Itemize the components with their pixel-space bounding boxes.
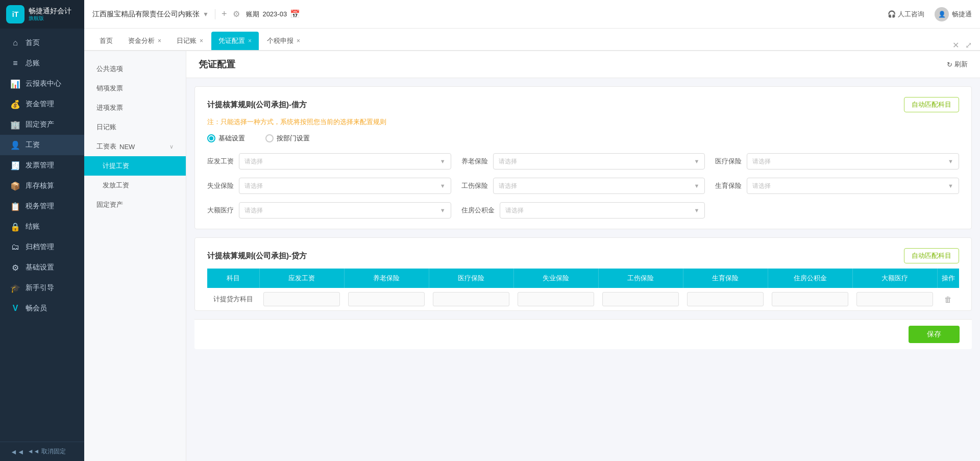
tab-voucher[interactable]: 凭证配置 × [211,32,259,50]
save-button[interactable]: 保存 [909,326,960,343]
tab-capital[interactable]: 资金分析 × [121,32,168,50]
table-row: 计提贷方科目 🗑 [207,288,959,310]
input-zhufang[interactable] [772,292,848,306]
new-badge: NEW [119,143,135,151]
row-gongshang-input[interactable] [598,288,683,310]
debit-section-header: 计提核算规则(公司承担)-借方 自动匹配科目 [207,97,959,112]
row-delete[interactable]: 🗑 [937,288,959,310]
sub-nav-calc-salary[interactable]: 计提工资 [84,156,186,176]
sub-nav-purchase[interactable]: 进项发票 [84,98,186,117]
dae-label: 大额医疗 [207,206,234,215]
debit-auto-match-button[interactable]: 自动匹配科目 [904,97,959,112]
sub-nav-pay-salary[interactable]: 发放工资 [84,176,186,195]
input-yiliao[interactable] [433,292,509,306]
radio-basic[interactable]: 基础设置 [207,134,245,143]
yiliao-select[interactable]: 请选择 ▼ [747,153,959,169]
sidebar-item-reports[interactable]: 📊 云报表中心 [0,74,84,94]
tab-home[interactable]: 首页 [92,32,120,50]
field-yingfa: 应发工资 请选择 ▼ [207,153,451,169]
tab-voucher-close[interactable]: × [248,37,252,44]
sidebar-item-assets[interactable]: 🏢 固定资产 [0,114,84,135]
dae-arrow: ▼ [440,207,446,213]
cancel-pin-button[interactable]: ◄◄ ◄◄ 取消固定 [0,442,84,461]
tab-journal-close[interactable]: × [200,37,203,44]
row-shiye-input[interactable] [513,288,598,310]
row-zhufang-input[interactable] [768,288,852,310]
page-content: 凭证配置 ↻ 刷新 计提核算规则(公司承担)-借方 自动匹配科目 注：只能选择一… [186,51,980,461]
member-icon: V [10,303,20,313]
page-header: 凭证配置 ↻ 刷新 [186,51,980,78]
salary-icon: 👤 [10,140,20,150]
archive-icon: 🗂 [10,242,20,252]
period-label: 账期 [246,10,259,19]
row-yingfa-input[interactable] [259,288,344,310]
yingfa-select[interactable]: 请选择 ▼ [239,153,451,169]
add-company-button[interactable]: + [222,9,227,19]
input-yingfa[interactable] [263,292,340,306]
sidebar-item-guide[interactable]: 🎓 新手引导 [0,278,84,298]
sidebar-item-inventory[interactable]: 📦 库存核算 [0,176,84,196]
close-all-button[interactable]: ✕ [952,40,959,50]
sidebar-item-home[interactable]: ⌂ 首页 [0,33,84,53]
radio-dept[interactable]: 按部门设置 [265,134,310,143]
sub-nav-fixed-assets[interactable]: 固定资产 [84,195,186,214]
sub-nav-journal[interactable]: 日记账 [84,117,186,137]
sub-nav-salary-group[interactable]: 工资表 NEW ∨ [84,137,186,156]
debit-radio-group: 基础设置 按部门设置 [207,134,959,143]
sidebar-item-settings[interactable]: ⚙ 基础设置 [0,257,84,278]
col-yanglao: 养老保险 [344,269,429,288]
sidebar-item-member[interactable]: V 畅会员 [0,298,84,319]
input-shengyu[interactable] [687,292,764,306]
input-shiye[interactable] [518,292,594,306]
sub-nav-public[interactable]: 公共选项 [84,59,186,79]
calendar-icon[interactable]: 📅 [290,9,300,19]
maximize-button[interactable]: ⤢ [965,40,972,50]
zhufang-select[interactable]: 请选择 ▼ [500,202,705,219]
shiye-arrow: ▼ [440,183,446,189]
col-subject: 科目 [207,269,259,288]
sidebar-item-archive[interactable]: 🗂 归档管理 [0,237,84,257]
credit-auto-match-button[interactable]: 自动匹配科目 [904,248,959,263]
refresh-button[interactable]: ↻ 刷新 [947,60,968,69]
service-button[interactable]: 🎧 人工咨询 [888,10,924,19]
row-shengyu-input[interactable] [683,288,768,310]
sub-nav: 公共选项 销项发票 进项发票 日记账 工资表 NEW ∨ 计提工资 [84,51,186,461]
sidebar-item-close[interactable]: 🔒 结账 [0,216,84,237]
yanglao-arrow: ▼ [694,158,699,164]
field-shengyu: 生育保险 请选择 ▼ [715,178,959,194]
shengyu-select[interactable]: 请选择 ▼ [747,178,959,194]
shengyu-label: 生育保险 [715,181,742,190]
gongshang-select[interactable]: 请选择 ▼ [493,178,705,194]
col-gongshang: 工伤保险 [598,269,683,288]
row-yanglao-input[interactable] [344,288,429,310]
row-yiliao-input[interactable] [429,288,513,310]
tab-tax-close[interactable]: × [297,37,300,44]
row-dae-input[interactable] [852,288,937,310]
yiliao-label: 医疗保险 [715,157,742,166]
field-gongshang: 工伤保险 请选择 ▼ [461,178,705,194]
user-menu[interactable]: 👤 畅捷通 [935,7,972,21]
shiye-select[interactable]: 请选择 ▼ [239,178,451,194]
sidebar-item-tax[interactable]: 📋 税务管理 [0,196,84,216]
dae-select[interactable]: 请选择 ▼ [239,202,451,219]
sidebar-item-invoice[interactable]: 🧾 发票管理 [0,155,84,176]
company-selector[interactable]: 江西服宝精品有限责任公司内账张 ▼ [92,10,209,19]
credit-section: 计提核算规则(公司承担)-贷方 自动匹配科目 科目 应发工资 养老保险 医疗保险… [194,237,972,311]
sidebar-item-ledger[interactable]: ≡ 总账 [0,53,84,74]
sidebar-item-salary[interactable]: 👤 工资 [0,135,84,155]
sub-nav-salary-children: 计提工资 发放工资 [84,156,186,195]
guide-icon: 🎓 [10,283,20,293]
settings-gear-button[interactable]: ⚙ [233,9,240,19]
input-gongshang[interactable] [602,292,679,306]
delete-row-button[interactable]: 🗑 [941,294,955,305]
tab-tax[interactable]: 个税申报 × [260,32,307,50]
yanglao-select[interactable]: 请选择 ▼ [493,153,705,169]
input-yanglao[interactable] [348,292,425,306]
tabbar-actions: ✕ ⤢ [952,40,972,50]
tab-journal[interactable]: 日记账 × [169,32,210,50]
input-dae[interactable] [856,292,933,306]
tab-capital-close[interactable]: × [158,37,161,44]
debit-section: 计提核算规则(公司承担)-借方 自动匹配科目 注：只能选择一种方式，系统将按照您… [194,86,972,229]
sub-nav-sales[interactable]: 销项发票 [84,79,186,98]
sidebar-item-capital[interactable]: 💰 资金管理 [0,94,84,114]
